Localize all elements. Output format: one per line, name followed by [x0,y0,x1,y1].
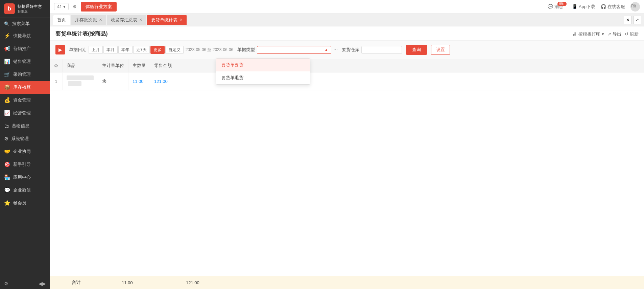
message-button[interactable]: 💬 消息 99+ [548,4,563,10]
sidebar-item-shortcut[interactable]: ⚡快捷导航 [0,29,50,42]
top-bar-left: 41 ▾ ⚙ 体验行业方案 [54,2,117,12]
row-unit: 块 [98,72,128,90]
last-month-button[interactable]: 上月 [89,46,103,54]
sidebar-item-vip[interactable]: ⭐畅会员 [0,197,50,209]
nav-icon-sales: 📊 [4,59,10,65]
nav-icon-enterprise: 🤝 [4,149,10,155]
refresh-button[interactable]: ↺ 刷新 [625,31,639,37]
filter-expand-button[interactable]: ▶ [55,45,65,54]
table-header-row: ⚙ 商品 主计量单位 主数量 零售金额 [50,59,644,72]
type-select-box[interactable]: ▲ [257,46,331,54]
tab-label-recv-summary: 收发存汇总表 [111,17,137,23]
tabs-actions: ✕ ⤢ [624,16,641,24]
page-header: 要货单统计表(按商品) 🖨 按模板打印 ▾ ↗ 导出 ↺ 刷新 [50,26,644,41]
store-selector[interactable]: 41 ▾ [54,3,69,10]
sidebar-item-wechat[interactable]: 💬企业微信 [0,184,50,197]
table-footer: 合计 11.00 121.00 [50,276,644,289]
type-dropdown: 要货单要货要货单退货 [216,58,310,85]
sidebar-header: b 畅捷通好生意 标准版 [0,0,50,18]
row-goods [63,72,98,90]
print-icon: 🖨 [573,31,577,37]
tab-label-home: 首页 [57,17,66,23]
footer-quantity: 11.00 [122,280,186,285]
type-input[interactable] [260,47,324,52]
this-year-button[interactable]: 本年 [118,46,133,54]
settings-icon[interactable]: ⚙ [4,281,8,286]
maximize-button[interactable]: ⤢ [633,16,641,24]
unit-col-header: 主计量单位 [98,59,128,72]
sidebar-item-basic[interactable]: 🗂基础信息 [0,119,50,132]
nav-icon-shortcut: ⚡ [4,33,10,39]
sidebar-footer: ⚙ ◀▶ [0,278,50,289]
this-month-button[interactable]: 本月 [103,46,118,54]
service-icon: 🎧 [601,4,606,9]
settings-button[interactable]: 设置 [431,45,450,55]
date-range-text: 2023-05-06 至 2023-06-06 [186,47,233,53]
tab-close-recv-summary[interactable]: ✕ [139,18,142,22]
search-menu[interactable]: 🔍 搜索菜单 [0,18,50,29]
sidebar-item-system[interactable]: ⚙系统管理 [0,132,50,145]
dropdown-item-order-return[interactable]: 要货单退货 [216,71,310,84]
nav-icon-appstore: 🏪 [4,174,10,180]
sidebar-item-marketing[interactable]: 📢营销推广 [0,42,50,55]
settings-icon[interactable]: ⚙ [54,63,58,68]
amount-col-header: 零售金额 [150,59,176,72]
sidebar-item-operation[interactable]: 📈经营管理 [0,107,50,119]
sidebar-item-inventory[interactable]: 📦库存核算 [0,81,50,94]
tab-order-stats[interactable]: 要货单统计表✕ [147,15,187,25]
message-badge: 99+ [557,2,567,6]
query-button[interactable]: 查询 [406,45,427,55]
nav-icon-vip: ⭐ [4,200,10,206]
tab-home[interactable]: 首页 [53,15,70,25]
print-button[interactable]: 🖨 按模板打印 ▾ [573,31,604,37]
app-download-button[interactable]: 📱 App下载 [572,4,595,10]
app-logo: b [4,3,15,14]
online-service-button[interactable]: 🎧 在线客服 [601,4,625,10]
tab-close-order-stats[interactable]: ✕ [180,18,183,22]
avatar[interactable]: Rit [630,2,640,12]
sidebar-item-purchase[interactable]: 🛒采购管理 [0,68,50,81]
custom-date-button[interactable]: 自定义 [165,46,184,54]
last-7-days-button[interactable]: 近7天 [133,46,150,54]
warehouse-input[interactable] [361,46,402,54]
sidebar-item-enterprise[interactable]: 🤝企业协同 [0,145,50,158]
dropdown-item-order-goods[interactable]: 要货单要货 [216,59,310,71]
type-label: 单据类型 [237,47,255,53]
nav-icon-operation: 📈 [4,110,10,116]
tab-label-inventory-batch: 库存批次账 [75,17,97,23]
sidebar-item-guide[interactable]: 🎯新手引导 [0,158,50,171]
close-tabs-button[interactable]: ✕ [624,16,632,24]
row-num: 1 [50,72,63,90]
main-area: 41 ▾ ⚙ 体验行业方案 💬 消息 99+ 📱 App下载 🎧 在线客服 Ri… [50,0,644,289]
nav-icon-marketing: 📢 [4,46,10,52]
footer-label: 合计 [54,280,122,286]
nav-icon-inventory: 📦 [4,84,10,90]
tabs-bar: 首页库存批次账✕收发存汇总表✕要货单统计表✕ ✕ ⤢ [50,14,644,26]
date-filter-group: 单据日期 上月 本月 本年 近7天 更多 自定义 2023-05-06 至 20… [69,46,233,54]
quantity-col-header: 主数量 [128,59,150,72]
sidebar-item-sales[interactable]: 📊销售管理 [0,55,50,68]
sidebar: b 畅捷通好生意 标准版 🔍 搜索菜单 ⚡快捷导航📢营销推广📊销售管理🛒采购管理… [0,0,50,289]
tab-inventory-batch[interactable]: 库存批次账✕ [71,15,106,25]
date-buttons: 上月 本月 本年 近7天 更多 自定义 [89,46,184,54]
filter-more-icon[interactable]: ··· [333,47,338,53]
row-quantity: 11.00 [128,72,150,90]
chevron-up-icon[interactable]: ▲ [324,47,328,52]
industry-solution-button[interactable]: 体验行业方案 [81,2,117,12]
tab-close-inventory-batch[interactable]: ✕ [99,18,102,22]
search-icon: 🔍 [4,21,9,26]
filter-area: ▶ 单据日期 上月 本月 本年 近7天 更多 自定义 2023-05-06 至 … [50,41,644,59]
sidebar-item-finance[interactable]: 💰资金管理 [0,94,50,107]
export-icon: ↗ [607,31,611,37]
collapse-icon[interactable]: ◀▶ [39,281,46,286]
nav-icon-system: ⚙ [4,136,8,142]
export-button[interactable]: ↗ 导出 [607,31,621,37]
more-dates-button[interactable]: 更多 [150,46,165,54]
sidebar-item-appstore[interactable]: 🏪应用中心 [0,171,50,184]
settings-col-header[interactable]: ⚙ [50,59,63,72]
app-title: 畅捷通好生意 标准版 [18,4,42,14]
settings-icon[interactable]: ⚙ [73,4,77,9]
tab-recv-summary[interactable]: 收发存汇总表✕ [107,15,146,25]
page-header-actions: 🖨 按模板打印 ▾ ↗ 导出 ↺ 刷新 [573,31,639,37]
row-amount: 121.00 [150,72,176,90]
